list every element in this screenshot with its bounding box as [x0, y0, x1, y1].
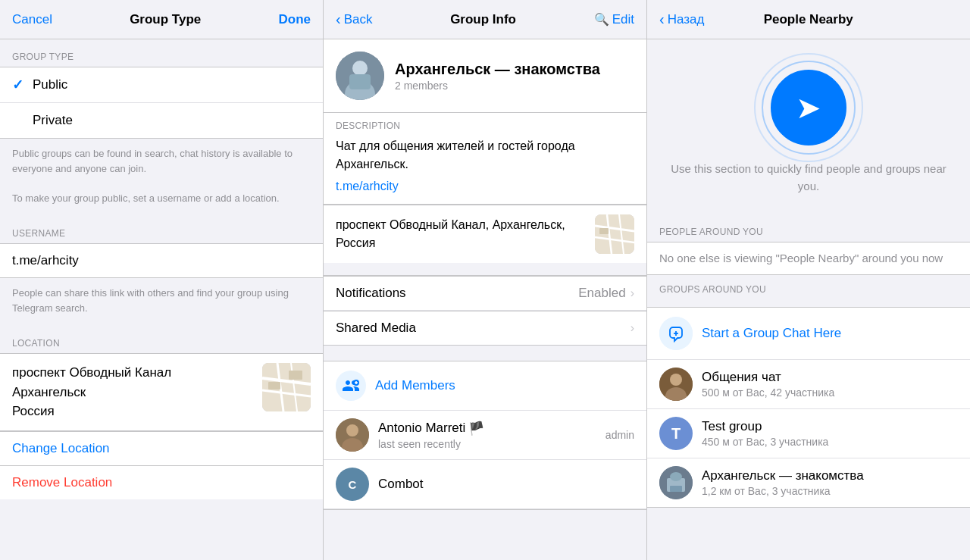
remove-location-button[interactable]: Remove Location: [0, 465, 323, 499]
notifications-value: Enabled ›: [578, 286, 634, 301]
username-section-label: USERNAME: [0, 216, 323, 243]
panel-group-info: ‹ Back Group Info 🔍 Edit Архангельск — з…: [324, 0, 647, 560]
svg-rect-10: [349, 74, 371, 89]
chevron-right-icon: ›: [630, 286, 634, 300]
nearby-group-avatar-1: [659, 368, 693, 401]
back-button[interactable]: ‹ Back: [336, 11, 372, 28]
groups-around-label: GROUPS AROUND YOU: [647, 275, 970, 299]
member-role-antonio: admin: [605, 429, 634, 441]
description-label: DESCRIPTION: [336, 120, 634, 131]
public-info-text: Public groups can be found in search, ch…: [0, 139, 323, 216]
nearby-group-info-1: Общения чат 500 м от Вас, 42 участника: [702, 370, 958, 399]
panel3-title: People Nearby: [704, 12, 912, 27]
edit-button[interactable]: 🔍 Edit: [594, 12, 634, 27]
nearby-group-sub-3: 1,2 км от Вас, 3 участника: [702, 485, 958, 497]
start-group-icon: [659, 317, 693, 350]
group-type-section-label: GROUP TYPE: [0, 39, 323, 67]
done-button[interactable]: Done: [279, 12, 311, 27]
svg-point-32: [670, 472, 682, 481]
group-name-section: Архангельск — знакомства 2 members: [395, 61, 600, 92]
nearby-description: Use this section to quickly find people …: [670, 161, 947, 195]
private-option[interactable]: ✓ Private: [0, 103, 323, 138]
shared-media-label: Shared Media: [336, 321, 416, 336]
description-section: DESCRIPTION Чат для общения жителей и го…: [324, 113, 646, 205]
nearby-group-name-1: Общения чат: [702, 370, 958, 385]
svg-point-28: [670, 374, 682, 386]
svg-rect-33: [670, 486, 682, 492]
group-link[interactable]: t.me/arhcity: [336, 180, 634, 193]
public-option[interactable]: ✓ Public: [0, 67, 323, 103]
notifications-label: Notifications: [336, 286, 406, 301]
location-map-small: [595, 214, 634, 254]
back-label: Back: [344, 12, 373, 27]
nearby-group-sub-1: 500 м от Вас, 42 участника: [702, 386, 958, 399]
group-profile-section: Архангельск — знакомства 2 members: [324, 39, 646, 113]
cancel-button[interactable]: Cancel: [12, 12, 52, 27]
group-members-count: 2 members: [395, 80, 600, 92]
member-avatar-combot: C: [336, 468, 369, 501]
add-members-label: Add Members: [375, 378, 455, 393]
notifications-row[interactable]: Notifications Enabled ›: [324, 276, 646, 311]
username-value: t.me/arhcity: [12, 253, 79, 267]
people-empty-text: No one else is viewing "People Nearby" a…: [659, 252, 943, 264]
change-location-button[interactable]: Change Location: [0, 431, 323, 465]
nearby-group-avatar-3: [659, 466, 693, 499]
member-info-antonio: Antonio Marreti 🏴 last seen recently: [378, 421, 605, 450]
svg-point-8: [352, 61, 368, 76]
panel-people-nearby: ‹ Назад People Nearby ➤ Use this section…: [647, 0, 970, 560]
chevron-left-icon2: ‹: [659, 11, 665, 28]
location-info-row: проспект Обводный Канал, Архангельск, Ро…: [324, 205, 646, 263]
nearby-group-sub-2: 450 м от Вас, 3 участника: [702, 436, 958, 448]
panel2-header: ‹ Back Group Info 🔍 Edit: [324, 0, 646, 39]
people-empty-message: No one else is viewing "People Nearby" a…: [647, 242, 970, 275]
nearby-group-info-3: Архангельск — знакомства 1,2 км от Вас, …: [702, 468, 958, 497]
panel1-header: Cancel Group Type Done: [0, 0, 323, 39]
location-text: проспект Обводный КаналАрхангельскРоссия: [12, 363, 255, 421]
nearby-group-row-1[interactable]: Общения чат 500 м от Вас, 42 участника: [647, 360, 970, 409]
description-text: Чат для общения жителей и гостей города …: [336, 137, 634, 174]
flag-icon: 🏴: [468, 421, 484, 436]
member-status-antonio: last seen recently: [378, 438, 605, 450]
members-section: Add Members Antonio Marreti 🏴 last seen …: [324, 361, 646, 510]
username-input-row[interactable]: t.me/arhcity: [0, 243, 323, 278]
groups-around-section: Start a Group Chat Here Общения чат 500 …: [647, 307, 970, 508]
svg-point-22: [346, 424, 358, 436]
group-name: Архангельск — знакомства: [395, 61, 600, 78]
nazad-label: Назад: [668, 12, 705, 27]
settings-section: Notifications Enabled › Shared Media ›: [324, 275, 646, 346]
group-type-options: ✓ Public ✓ Private: [0, 67, 323, 139]
start-group-chat-row[interactable]: Start a Group Chat Here: [647, 308, 970, 360]
member-avatar-antonio: [336, 418, 369, 452]
panel2-title: Group Info: [450, 12, 516, 27]
member-row[interactable]: Antonio Marreti 🏴 last seen recently adm…: [324, 411, 646, 460]
panel3-header: ‹ Назад People Nearby: [647, 0, 970, 39]
nearby-group-row-3[interactable]: Архангельск — знакомства 1,2 км от Вас, …: [647, 458, 970, 507]
location-info-text: проспект Обводный Канал, Архангельск, Ро…: [336, 216, 587, 252]
svg-rect-5: [268, 382, 280, 389]
add-members-row[interactable]: Add Members: [324, 361, 646, 411]
start-group-label: Start a Group Chat Here: [702, 326, 841, 341]
shared-media-value: ›: [626, 321, 634, 335]
add-members-icon: [336, 371, 366, 401]
nearby-group-name-3: Архангельск — знакомства: [702, 468, 958, 483]
shared-media-row[interactable]: Shared Media ›: [324, 311, 646, 345]
nearby-hero: ➤ Use this section to quickly find peopl…: [647, 39, 970, 217]
search-icon: 🔍: [594, 12, 609, 27]
member-name-combot: Combot: [378, 477, 634, 492]
chevron-right-icon2: ›: [630, 321, 634, 335]
checkmark-icon: ✓: [12, 77, 23, 93]
member-row-combot[interactable]: C Combot: [324, 460, 646, 509]
location-section-label: LOCATION: [0, 326, 323, 353]
chevron-left-icon: ‹: [336, 11, 341, 28]
people-around-label: PEOPLE AROUND YOU: [647, 217, 970, 242]
nazad-back-button[interactable]: ‹ Назад: [659, 11, 704, 28]
nearby-group-row-2[interactable]: T Test group 450 м от Вас, 3 участника: [647, 409, 970, 458]
nearby-group-avatar-2: T: [659, 417, 693, 450]
member-info-combot: Combot: [378, 477, 634, 492]
svg-rect-16: [599, 228, 609, 234]
panel1-title: Group Type: [130, 12, 201, 27]
group-avatar: [336, 52, 384, 100]
member-name-antonio: Antonio Marreti 🏴: [378, 421, 605, 436]
edit-label: Edit: [612, 12, 634, 27]
public-label: Public: [33, 77, 67, 92]
